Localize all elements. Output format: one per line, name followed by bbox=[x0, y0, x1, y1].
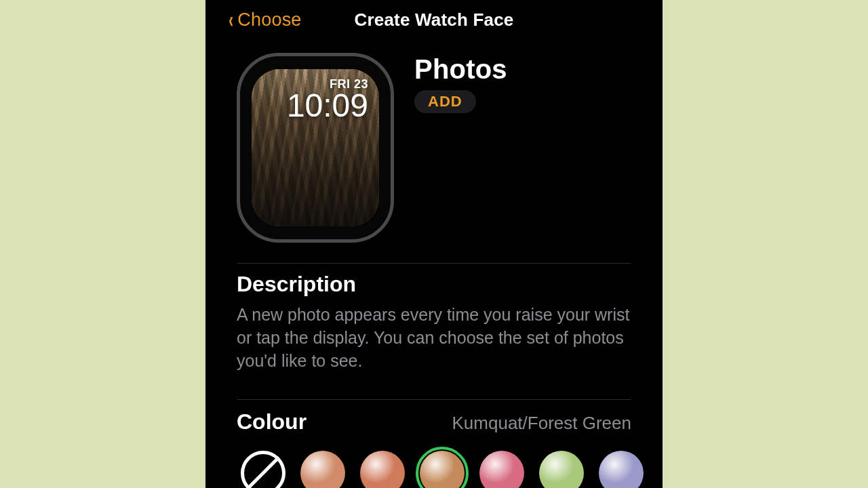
colour-swatch-pink[interactable] bbox=[479, 451, 524, 488]
page-title: Create Watch Face bbox=[354, 9, 513, 30]
watch-app-viewport: ‹ Choose Create Watch Face FRI 23 10:09 bbox=[218, 0, 650, 488]
colour-swatch-none[interactable] bbox=[241, 451, 285, 488]
colour-swatch-green[interactable] bbox=[539, 451, 584, 488]
watch-preview-overlay: FRI 23 10:09 bbox=[287, 77, 368, 121]
watch-preview-screen[interactable]: FRI 23 10:09 bbox=[252, 69, 379, 226]
back-label: Choose bbox=[237, 9, 301, 30]
add-button[interactable]: ADD bbox=[414, 90, 476, 113]
page-background: ‹ Choose Create Watch Face FRI 23 10:09 bbox=[0, 0, 868, 488]
colour-swatch-kumquat[interactable] bbox=[420, 451, 465, 488]
device-right-rail bbox=[650, 0, 663, 488]
chevron-left-icon: ‹ bbox=[229, 7, 233, 30]
face-name: Photos bbox=[414, 54, 507, 85]
device-frame: ‹ Choose Create Watch Face FRI 23 10:09 bbox=[205, 0, 663, 488]
colour-swatch-row[interactable] bbox=[218, 437, 650, 488]
navigation-bar: ‹ Choose Create Watch Face bbox=[218, 0, 650, 39]
colour-swatch-lilac[interactable] bbox=[599, 451, 644, 488]
device-left-rail bbox=[205, 0, 218, 488]
watch-preview-case: FRI 23 10:09 bbox=[237, 53, 394, 243]
description-text: A new photo appears every time you raise… bbox=[218, 298, 650, 399]
colour-selected-name: Kumquat/Forest Green bbox=[452, 413, 631, 434]
colour-section-header: Colour Kumquat/Forest Green bbox=[218, 400, 650, 437]
description-heading: Description bbox=[218, 264, 650, 298]
watch-preview-time: 10:09 bbox=[287, 90, 368, 121]
colour-swatch-coral[interactable] bbox=[360, 451, 405, 488]
colour-heading: Colour bbox=[237, 409, 307, 434]
face-header: FRI 23 10:09 Photos ADD bbox=[218, 39, 650, 263]
back-button[interactable]: ‹ Choose bbox=[227, 0, 302, 39]
face-meta: Photos ADD bbox=[414, 53, 507, 243]
colour-swatch-peach[interactable] bbox=[300, 451, 345, 488]
